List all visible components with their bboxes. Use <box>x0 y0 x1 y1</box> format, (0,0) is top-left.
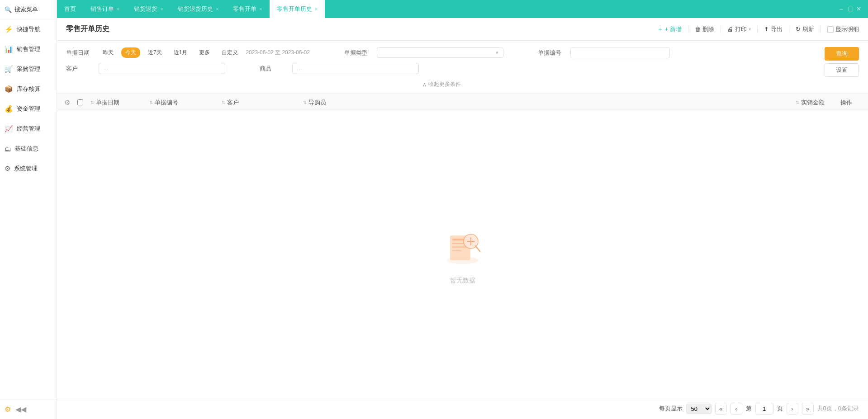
quick-nav-icon: ⚡ <box>5 25 13 33</box>
tab-sales-return[interactable]: 销货退货 × <box>127 0 170 18</box>
first-page-button[interactable]: « <box>715 403 727 414</box>
refresh-button[interactable]: ↻ 刷新 <box>796 25 814 33</box>
prev-page-button[interactable]: ‹ <box>730 403 742 414</box>
tab-retail-open-label: 零售开单 <box>233 5 256 13</box>
th-customer: ⇅ 客户 <box>218 99 299 107</box>
date-btn-7days[interactable]: 近7天 <box>144 47 166 58</box>
th-customer-sort[interactable]: ⇅ <box>222 100 225 105</box>
sidebar-item-finance[interactable]: 💰 资金管理 <box>0 99 57 119</box>
add-icon: ＋ <box>657 25 663 33</box>
last-page-button[interactable]: » <box>802 403 814 414</box>
date-btn-more[interactable]: 更多 <box>195 47 214 58</box>
purchase-mgmt-icon: 🛒 <box>5 65 13 73</box>
sidebar-item-label: 销售管理 <box>17 45 40 53</box>
window-close-button[interactable]: × <box>857 5 861 13</box>
print-icon: 🖨 <box>727 26 733 33</box>
sidebar-footer: ⚙ ◀◀ <box>0 399 57 419</box>
header-actions: ＋ + 新增 🗑 删除 🖨 打印 ▾ ⬆ 导出 ↻ 刷新 <box>657 25 859 33</box>
refresh-icon: ↻ <box>796 26 801 33</box>
filter-row-1: 单据日期 昨天 今天 近7天 近1月 更多 自定义 2023-06-02 至 2… <box>66 47 817 58</box>
type-filter-label: 单据类型 <box>344 49 370 57</box>
sidebar-item-operation[interactable]: 📈 经营管理 <box>0 119 57 139</box>
display-detail-checkbox[interactable] <box>827 26 834 33</box>
tab-bar-right: － □ × <box>838 5 868 14</box>
th-num-sort[interactable]: ⇅ <box>149 100 153 105</box>
th-action-label: 操作 <box>840 99 852 107</box>
divider-2 <box>721 26 721 33</box>
goods-filter-label: 商品 <box>260 65 285 73</box>
th-customer-label: 客户 <box>227 99 239 107</box>
page-total: 共0页，0条记录 <box>817 405 859 413</box>
print-button[interactable]: 🖨 打印 ▾ <box>727 25 751 33</box>
th-amount-sort[interactable]: ⇅ <box>796 100 799 105</box>
goods-filter-input[interactable]: ··· <box>292 63 419 74</box>
date-btn-custom[interactable]: 自定义 <box>218 47 242 58</box>
customer-filter-label: 客户 <box>66 65 91 73</box>
tab-sales-return-history[interactable]: 销货退货历史 × <box>171 0 226 18</box>
date-btn-today[interactable]: 今天 <box>121 47 140 58</box>
th-action: 操作 <box>828 99 864 107</box>
tab-retail-open-close[interactable]: × <box>259 6 262 12</box>
num-input-field[interactable] <box>575 49 665 56</box>
tab-retail-open-history-close[interactable]: × <box>315 6 318 12</box>
sidebar-item-inventory[interactable]: 📦 库存核算 <box>0 79 57 99</box>
add-label: + 新增 <box>665 25 682 33</box>
add-button[interactable]: ＋ + 新增 <box>657 25 682 33</box>
divider-3 <box>757 26 758 33</box>
sidebar-item-sys-mgmt[interactable]: ⚙ 系统管理 <box>0 159 57 179</box>
filter-area: 单据日期 昨天 今天 近7天 近1月 更多 自定义 2023-06-02 至 2… <box>57 41 868 94</box>
tab-sales-order[interactable]: 销售订单 × <box>83 0 127 18</box>
sidebar-item-basic-info[interactable]: 🗂 基础信息 <box>0 139 57 159</box>
customer-filter-input[interactable]: ··· <box>99 63 225 74</box>
table-select-all[interactable] <box>74 99 87 105</box>
export-label: 导出 <box>771 25 783 33</box>
page-header: 零售开单历史 ＋ + 新增 🗑 删除 🖨 打印 ▾ ⬆ 导出 <box>57 18 868 41</box>
tab-home-label: 首页 <box>64 5 76 13</box>
page-input[interactable] <box>755 403 773 414</box>
num-filter-input[interactable] <box>570 47 670 58</box>
sidebar-item-sales-mgmt[interactable]: 📊 销售管理 <box>0 39 57 59</box>
empty-state: 暂无数据 <box>57 111 868 398</box>
settings-button[interactable]: ⚙ <box>5 405 11 414</box>
select-all-checkbox[interactable] <box>77 99 83 105</box>
sidebar-item-label: 快捷导航 <box>17 25 40 33</box>
th-guide-sort[interactable]: ⇅ <box>303 100 307 105</box>
collapse-sidebar-button[interactable]: ◀◀ <box>15 405 26 414</box>
tab-retail-open[interactable]: 零售开单 × <box>226 0 269 18</box>
collapse-label: 收起更多条件 <box>428 80 461 88</box>
sidebar-item-quick-nav[interactable]: ⚡ 快捷导航 <box>0 19 57 39</box>
window-minimize-button[interactable]: － <box>838 5 845 14</box>
tab-sales-order-close[interactable]: × <box>117 6 119 12</box>
tab-home[interactable]: 首页 <box>57 0 83 18</box>
sidebar-search-label: 搜索菜单 <box>14 5 38 14</box>
basic-info-icon: 🗂 <box>5 145 11 153</box>
print-arrow-icon: ▾ <box>749 27 751 32</box>
delete-button[interactable]: 🗑 删除 <box>695 25 714 33</box>
page-suffix: 页 <box>777 405 783 413</box>
display-detail-toggle[interactable]: 显示明细 <box>827 25 859 33</box>
tab-sales-return-history-close[interactable]: × <box>216 6 218 12</box>
num-filter-label: 单据编号 <box>538 49 563 57</box>
tab-sales-return-close[interactable]: × <box>160 6 163 12</box>
tab-retail-open-history[interactable]: 零售开单历史 × <box>270 0 325 18</box>
svg-rect-5 <box>452 250 461 251</box>
window-maximize-button[interactable]: □ <box>849 5 853 13</box>
sidebar-search[interactable]: 🔍 搜索菜单 <box>0 0 57 19</box>
sidebar-item-purchase-mgmt[interactable]: 🛒 采购管理 <box>0 59 57 79</box>
date-btn-1month[interactable]: 近1月 <box>170 47 192 58</box>
next-page-button[interactable]: › <box>787 403 798 414</box>
date-btn-yesterday[interactable]: 昨天 <box>99 47 118 58</box>
date-filter-label: 单据日期 <box>66 49 91 57</box>
collapse-more-btn[interactable]: ∧ 收起更多条件 <box>66 79 817 90</box>
filter-settings-button[interactable]: 设置 <box>825 63 859 77</box>
delete-label: 删除 <box>702 25 714 33</box>
th-amount: ⇅ 实销金额 <box>778 99 828 107</box>
finance-icon: 💰 <box>5 105 13 113</box>
th-guide: ⇅ 导购员 <box>299 99 354 107</box>
table-settings-icon[interactable]: ⚙ <box>61 99 74 107</box>
type-filter-select[interactable]: ▾ <box>377 47 503 58</box>
export-button[interactable]: ⬆ 导出 <box>764 25 783 33</box>
query-button[interactable]: 查询 <box>825 47 859 61</box>
th-date-sort[interactable]: ⇅ <box>90 100 94 105</box>
per-page-select[interactable]: 20 50 100 <box>686 404 711 414</box>
